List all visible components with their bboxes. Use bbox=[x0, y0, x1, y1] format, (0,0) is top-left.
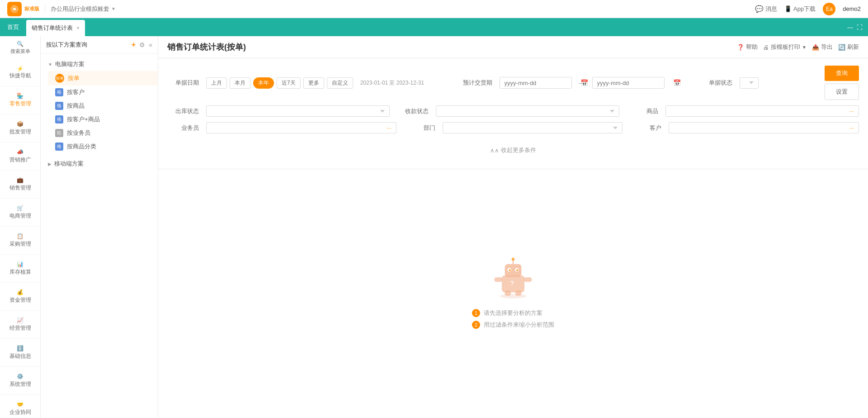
this-year-btn[interactable]: 本年 bbox=[253, 77, 274, 89]
sales-icon: 💼 bbox=[17, 177, 24, 183]
help-button[interactable]: ❓ 帮助 bbox=[737, 43, 758, 51]
sidebar-quicknav[interactable]: ⚡ 快捷导航 bbox=[0, 59, 40, 86]
sidebar-item-marketing[interactable]: 📣 营销推广 bbox=[0, 142, 40, 171]
product-input[interactable] bbox=[670, 108, 849, 114]
last7days-btn[interactable]: 近7天 bbox=[277, 77, 301, 89]
scheme-by-customer-icon: 格 bbox=[55, 88, 63, 96]
message-button[interactable]: 💬 消息 bbox=[755, 5, 777, 13]
left-panel-title: 按以下方案查询 bbox=[46, 41, 87, 49]
last-month-btn[interactable]: 上月 bbox=[206, 77, 227, 89]
salesman-input[interactable] bbox=[211, 124, 387, 131]
pc-section-title[interactable]: ▼ 电脑端方案 bbox=[41, 57, 158, 71]
user-avatar[interactable]: Ea bbox=[823, 3, 835, 15]
mobile-section-title[interactable]: ▶ 移动端方案 bbox=[41, 157, 158, 171]
sidebar-item-enterprise[interactable]: 🤝 企业协同 bbox=[0, 395, 40, 418]
scheme-item-by-salesman[interactable]: 柱 按业务员 bbox=[48, 126, 158, 140]
sidebar-item-purchase[interactable]: 📋 采购管理 bbox=[0, 227, 40, 255]
customer-more-icon[interactable]: ··· bbox=[849, 124, 854, 131]
sidebar-item-sales[interactable]: 💼 销售管理 bbox=[0, 171, 40, 199]
empty-step-1: 1 请先选择要分析的方案 bbox=[472, 309, 554, 317]
step-2-text: 用过滤条件来缩小分析范围 bbox=[484, 321, 554, 329]
scheme-item-by-category[interactable]: 格 按商品分类 bbox=[48, 140, 158, 153]
receipt-status-label: 收款状态 bbox=[397, 107, 429, 115]
filter-row-2: 出库状态 收款状态 商品 ··· bbox=[167, 105, 859, 117]
sidebar-item-ecommerce[interactable]: 🛒 电商管理 bbox=[0, 199, 40, 227]
sidebar-item-wholesale[interactable]: 📦 批发管理 bbox=[0, 114, 40, 142]
tab-close-icon[interactable]: × bbox=[76, 25, 80, 31]
scheme-tree: ▼ 电脑端方案 按单 按单 格 按客户 格 按商品 格 按客户+商品 bbox=[41, 54, 158, 174]
expected-date-to-input[interactable]: 📅 bbox=[592, 77, 665, 89]
quicknav-icon: ⚡ bbox=[17, 66, 24, 72]
content-area: 销售订单统计表(按单) ❓ 帮助 🖨 按模板打印 ▼ 📤 导出 🔄 刷新 bbox=[158, 36, 868, 418]
topbar-left: 标准版 办公用品行业模拟账套 ▼ bbox=[7, 2, 116, 16]
expected-date-label: 预计交货期 bbox=[461, 79, 492, 87]
collapse-filter-btn[interactable]: ∧∧ 收起更多条件 bbox=[486, 142, 540, 158]
query-reset-btns: 查询 设置 bbox=[825, 66, 859, 100]
customer-input[interactable] bbox=[674, 124, 849, 131]
print-button[interactable]: 🖨 按模板打印 ▼ bbox=[763, 43, 807, 51]
app-selector[interactable]: 办公用品行业模拟账套 ▼ bbox=[45, 5, 116, 13]
expected-date-from-input[interactable]: 📅 bbox=[500, 77, 572, 89]
minimize-icon[interactable]: — bbox=[847, 24, 853, 31]
scheme-by-salesman-icon: 柱 bbox=[55, 129, 63, 137]
expected-date-to-field[interactable] bbox=[597, 80, 673, 86]
refresh-icon: 🔄 bbox=[838, 44, 845, 51]
status-select[interactable] bbox=[740, 77, 759, 89]
filter-row-1: 单据日期 上月 本月 本年 近7天 更多 自定义 2023-01-01 至 20… bbox=[167, 66, 859, 100]
scheme-item-by-order[interactable]: 按单 按单 bbox=[48, 71, 158, 86]
mobile-arrow-icon: ▶ bbox=[48, 162, 52, 166]
sidebar-item-finance[interactable]: 💰 资金管理 bbox=[0, 283, 40, 311]
out-status-select[interactable] bbox=[206, 105, 390, 117]
ecommerce-icon: 🛒 bbox=[17, 205, 24, 211]
product-more-icon[interactable]: ··· bbox=[849, 108, 854, 114]
sidebar-search-label: 搜索菜单 bbox=[0, 48, 40, 55]
collapse-panel-icon[interactable]: « bbox=[149, 41, 152, 48]
wholesale-icon: 📦 bbox=[17, 121, 24, 127]
export-button[interactable]: 📤 导出 bbox=[812, 43, 833, 51]
export-icon: 📤 bbox=[812, 44, 819, 51]
app-name: 办公用品行业模拟账套 bbox=[51, 5, 109, 13]
maximize-icon[interactable]: ⛶ bbox=[857, 24, 863, 31]
scheme-by-cust-prod-icon: 格 bbox=[55, 115, 63, 124]
scheme-item-by-product[interactable]: 格 按商品 bbox=[48, 99, 158, 113]
salesman-more-icon[interactable]: ··· bbox=[387, 124, 392, 131]
out-status-label: 出库状态 bbox=[167, 107, 199, 115]
scheme-item-by-cust-prod[interactable]: 格 按客户+商品 bbox=[48, 113, 158, 126]
system-icon: ⚙️ bbox=[17, 373, 24, 380]
step-1-text: 请先选择要分析的方案 bbox=[484, 309, 542, 317]
tab-home[interactable]: 首页 bbox=[0, 18, 26, 36]
expected-date-from-field[interactable] bbox=[505, 80, 580, 86]
more-date-btn[interactable]: 更多 bbox=[303, 77, 324, 89]
svg-rect-12 bbox=[505, 290, 511, 296]
svg-text:?: ? bbox=[510, 279, 514, 287]
sidebar-item-system[interactable]: ⚙️ 系统管理 bbox=[0, 367, 40, 395]
add-scheme-icon[interactable]: + bbox=[132, 41, 136, 49]
tabbar: 首页 销售订单统计表 × — ⛶ bbox=[0, 18, 868, 36]
tab-sales-order[interactable]: 销售订单统计表 × bbox=[26, 20, 85, 36]
refresh-button[interactable]: 🔄 刷新 bbox=[838, 43, 859, 51]
sidebar-item-retail[interactable]: 🏪 零售管理 bbox=[0, 86, 40, 114]
header-actions: ❓ 帮助 🖨 按模板打印 ▼ 📤 导出 🔄 刷新 bbox=[737, 43, 859, 51]
scheme-item-by-customer[interactable]: 格 按客户 bbox=[48, 86, 158, 99]
sidebar-item-operations[interactable]: 📈 经营管理 bbox=[0, 311, 40, 339]
sidebar-item-basic[interactable]: ℹ️ 基础信息 bbox=[0, 339, 40, 367]
enterprise-icon: 🤝 bbox=[17, 401, 24, 408]
retail-icon: 🏪 bbox=[17, 93, 24, 99]
department-label: 部门 bbox=[404, 124, 435, 132]
receipt-status-select[interactable] bbox=[436, 105, 619, 117]
content-header: 销售订单统计表(按单) ❓ 帮助 🖨 按模板打印 ▼ 📤 导出 🔄 刷新 bbox=[158, 36, 868, 58]
filter-row-3: 业务员 ··· 部门 客户 ··· bbox=[167, 122, 859, 133]
app-download-button[interactable]: 📱 App下载 bbox=[784, 5, 816, 13]
sidebar-item-inventory[interactable]: 📊 库存核算 bbox=[0, 255, 40, 283]
date-dash: — bbox=[579, 80, 585, 86]
this-month-btn[interactable]: 本月 bbox=[230, 77, 250, 89]
calendar-to-icon[interactable]: 📅 bbox=[673, 79, 681, 86]
query-button[interactable]: 查询 bbox=[825, 66, 859, 81]
settings-scheme-icon[interactable]: ⚙ bbox=[139, 41, 145, 48]
logo-icon bbox=[7, 2, 22, 16]
reset-button[interactable]: 设置 bbox=[825, 84, 859, 100]
custom-date-btn[interactable]: 自定义 bbox=[327, 77, 353, 89]
sidebar-search[interactable]: 🔍 搜索菜单 bbox=[0, 36, 40, 59]
phone-icon: 📱 bbox=[784, 5, 792, 12]
department-select[interactable] bbox=[443, 122, 623, 133]
